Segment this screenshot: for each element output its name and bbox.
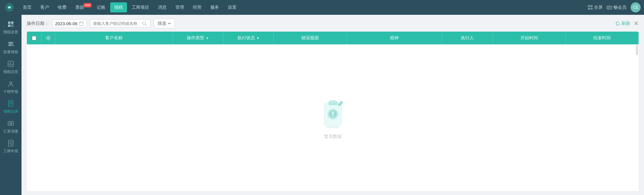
sidebar-item-tax-overview[interactable]: 报税总览 <box>1 57 21 77</box>
settlement-icon <box>7 119 15 127</box>
sort-icon: ▼ <box>256 36 260 40</box>
date-value: 2023-06-06 <box>55 21 78 26</box>
member-button[interactable]: 畅会员 <box>607 4 627 10</box>
svg-rect-8 <box>11 22 13 24</box>
sidebar-item-annual-report[interactable]: 工商年报 <box>1 136 21 156</box>
table-container: 客户名称 操作类型 ▼ 执行状态 ▼ 错误股因 税种 执行人 <box>27 32 639 191</box>
main-layout: 报税设置 批量报税 报税总览 <box>0 15 644 195</box>
sidebar-label-annual-report: 工商年报 <box>3 149 18 154</box>
svg-rect-9 <box>8 25 10 27</box>
annual-report-icon <box>7 139 15 147</box>
scrollbar-thumb[interactable] <box>636 45 638 55</box>
svg-point-15 <box>10 82 12 84</box>
toolbar: 操作日期： 2023-06-06 筛选 <box>27 19 639 28</box>
refresh-icon <box>615 21 620 26</box>
sidebar: 报税设置 批量报税 报税总览 <box>0 15 22 195</box>
svg-rect-5 <box>591 8 592 9</box>
nav-item-bookkeeping[interactable]: 记账 <box>93 2 110 12</box>
nav-item-message[interactable]: 消息 <box>154 2 171 12</box>
nav-item-tax[interactable]: 报税 <box>110 2 127 12</box>
close-button[interactable]: ✕ <box>634 21 639 27</box>
nav-item-industrial[interactable]: 工商项目 <box>128 2 153 12</box>
top-navigation: 首页 客户 收费 票据 new 记账 报税 工商项目 消息 管理 经营 服务 设… <box>0 0 644 15</box>
date-label: 操作日期： <box>27 21 49 27</box>
svg-rect-12 <box>8 44 13 45</box>
new-badge: new <box>84 3 91 7</box>
th-tax-type: 税种 <box>347 32 442 44</box>
svg-rect-3 <box>591 5 592 7</box>
sidebar-label-tax-settings: 报税设置 <box>3 30 18 35</box>
svg-rect-7 <box>8 22 10 24</box>
sidebar-label-settlement: 汇算清缴 <box>3 129 18 134</box>
filter-button[interactable]: 筛选 <box>154 19 175 28</box>
th-exec-status[interactable]: 执行状态 ▼ <box>223 32 274 44</box>
empty-illustration <box>318 96 348 129</box>
filter-label: 筛选 <box>158 21 166 27</box>
date-picker[interactable]: 2023-06-06 <box>52 20 87 28</box>
th-checkbox[interactable] <box>27 32 42 44</box>
th-client-name: 客户名称 <box>55 32 173 44</box>
calendar-icon <box>79 21 84 26</box>
refresh-button[interactable]: 刷新 <box>615 21 630 27</box>
sidebar-label-tax-record: 报税记录 <box>3 109 18 114</box>
search-box <box>90 20 151 28</box>
nav-item-invoice[interactable]: 票据 new <box>71 2 92 12</box>
nav-item-service[interactable]: 服务 <box>206 2 223 12</box>
search-input[interactable] <box>93 21 140 26</box>
search-icon[interactable] <box>142 21 147 26</box>
nav-items: 首页 客户 收费 票据 new 记账 报税 工商项目 消息 管理 经营 服务 设… <box>19 2 588 12</box>
nav-item-operation[interactable]: 经营 <box>189 2 206 12</box>
tax-overview-icon <box>7 60 15 68</box>
nav-item-home[interactable]: 首页 <box>19 2 36 12</box>
select-all-checkbox[interactable] <box>32 36 36 40</box>
fullscreen-button[interactable]: 全屏 <box>588 4 603 10</box>
sort-icon: ▼ <box>206 36 209 40</box>
th-executor: 执行人 <box>442 32 492 44</box>
tax-record-icon <box>7 100 15 108</box>
tax-settings-icon <box>7 20 15 28</box>
sidebar-item-tax-settings[interactable]: 报税设置 <box>1 17 21 37</box>
th-error-reason: 错误股因 <box>274 32 347 44</box>
svg-point-30 <box>332 115 334 117</box>
svg-point-32 <box>326 125 340 128</box>
table-header: 客户名称 操作类型 ▼ 执行状态 ▼ 错误股因 税种 执行人 <box>27 32 639 44</box>
svg-rect-4 <box>588 8 590 9</box>
svg-rect-29 <box>332 111 333 115</box>
nav-right-actions: 全屏 畅会员 CE <box>588 2 641 12</box>
th-gear[interactable] <box>42 32 55 44</box>
content-area: 操作日期： 2023-06-06 筛选 <box>22 15 644 195</box>
svg-rect-6 <box>607 6 612 9</box>
sidebar-label-tax-overview: 报税总览 <box>3 69 18 74</box>
table-body: 暂无数据 <box>27 44 639 191</box>
empty-text: 暂无数据 <box>324 133 342 140</box>
sidebar-item-batch-tax[interactable]: 批量报税 <box>1 37 21 57</box>
sidebar-item-settlement[interactable]: 汇算清缴 <box>1 117 21 136</box>
sidebar-item-personal-tax[interactable]: 个税申报 <box>1 77 21 97</box>
column-settings-icon <box>46 35 51 41</box>
empty-state: 暂无数据 <box>318 96 348 140</box>
svg-point-1 <box>8 6 10 8</box>
svg-point-22 <box>47 37 49 39</box>
svg-rect-13 <box>8 45 12 46</box>
batch-tax-icon <box>7 40 15 48</box>
member-label: 畅会员 <box>613 4 627 10</box>
nav-item-client[interactable]: 客户 <box>36 2 53 12</box>
sidebar-label-personal-tax: 个税申报 <box>3 89 18 94</box>
nav-item-manage[interactable]: 管理 <box>171 2 188 12</box>
nav-item-fee[interactable]: 收费 <box>54 2 71 12</box>
personal-tax-icon <box>7 80 15 88</box>
app-logo[interactable] <box>3 1 15 13</box>
th-end-time: 结束时间 <box>566 32 639 44</box>
sidebar-item-tax-record[interactable]: 报税记录 <box>1 97 21 117</box>
refresh-label: 刷新 <box>621 21 630 27</box>
svg-rect-2 <box>588 5 590 7</box>
svg-rect-26 <box>330 100 336 103</box>
svg-rect-11 <box>8 42 13 43</box>
chevron-down-icon <box>168 22 171 25</box>
nav-item-settings[interactable]: 设置 <box>224 2 241 12</box>
fullscreen-label: 全屏 <box>594 4 603 10</box>
sidebar-label-batch-tax: 批量报税 <box>3 49 18 54</box>
user-avatar[interactable]: CE <box>631 2 641 12</box>
svg-rect-20 <box>79 22 83 26</box>
th-op-type[interactable]: 操作类型 ▼ <box>173 32 223 44</box>
